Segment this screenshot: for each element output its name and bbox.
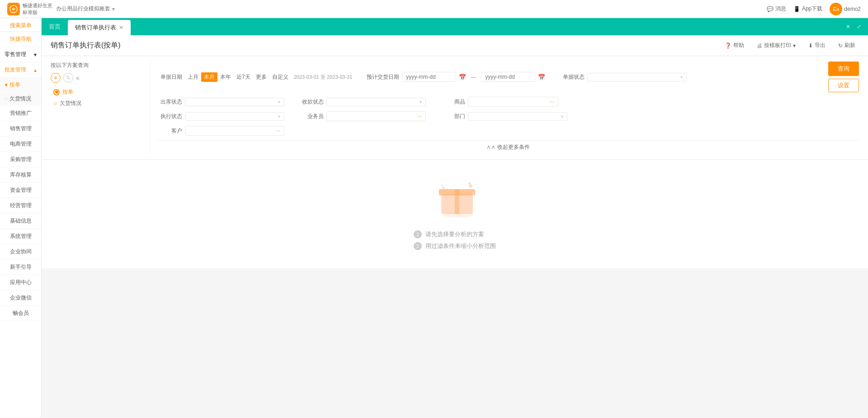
help-button[interactable]: ❓ 帮助 (721, 40, 748, 51)
query-buttons: 查询 设置 (828, 62, 859, 92)
app-download-button[interactable]: 📱 App下载 (793, 5, 822, 13)
refresh-button[interactable]: ↻ 刷新 (835, 40, 859, 51)
print-icon: 🖨 (757, 43, 762, 49)
filter-fields: 单据日期 上月 本月 本年 近7天 更多 自定义 2023-03-01 至 20… (150, 62, 859, 154)
date-tab-7days[interactable]: 近7天 (234, 72, 253, 82)
sidebar-item-ecommerce[interactable]: 电商管理 (0, 137, 41, 152)
add-scheme-button[interactable]: + (51, 73, 61, 83)
sidebar-item-system[interactable]: 系统管理 (0, 229, 41, 244)
sidebar-item-collab[interactable]: 企业协同 (0, 244, 41, 260)
sidebar-search[interactable]: 搜索菜单 (0, 18, 41, 32)
window-controls: ✕ ⤢ (844, 23, 868, 30)
svg-text:✦: ✦ (440, 184, 443, 188)
edit-scheme-button[interactable]: ✎ (63, 73, 73, 83)
sidebar-item-member[interactable]: 畅会员 (0, 306, 41, 321)
sidebar-item-onboarding[interactable]: 新手引导 (0, 260, 41, 275)
filter-row-1: 单据日期 上月 本月 本年 近7天 更多 自定义 2023-03-01 至 20… (157, 62, 859, 92)
calendar-icon-end[interactable]: 📅 (538, 74, 545, 81)
tab-bar: 首页 销售订单执行表 ✕ ✕ ⤢ (42, 18, 868, 35)
delivery-status-group: 出库状态 ▾ (157, 98, 284, 106)
page-actions: ❓ 帮助 🖨 按模板打印 ▾ ⬇ 导出 ↻ 刷新 (721, 40, 859, 51)
order-status-arrow-icon: ▾ (680, 75, 683, 80)
product-group: 商品 ··· (440, 97, 558, 107)
sidebar-item-wechat[interactable]: 企业微信 (0, 290, 41, 306)
sidebar-item-wholesale[interactable]: 批发管理 ▴ (0, 62, 41, 78)
sidebar-item-finance[interactable]: 资金管理 (0, 183, 41, 198)
payment-status-select[interactable]: ▾ (326, 98, 426, 106)
settings-button[interactable]: 设置 (828, 79, 859, 92)
date-tab-this-year[interactable]: 本年 (217, 72, 234, 82)
expected-date-group: 预计交货日期 📅 — 📅 (367, 72, 545, 82)
salesman-select[interactable]: ··· (326, 111, 426, 121)
empty-box-svg: ✦ ✦ (432, 178, 482, 218)
svg-text:✦: ✦ (467, 181, 471, 186)
department-group: 部门 ▾ (440, 112, 567, 121)
delivery-status-label: 出库状态 (157, 98, 182, 106)
sidebar-sub-item-按单[interactable]: ● 按单 (0, 78, 41, 92)
sidebar-item-operations[interactable]: 经营管理 (0, 198, 41, 214)
sidebar-sub-item-欠货情况[interactable]: ○ 欠货情况 (0, 92, 41, 106)
customer-label: 客户 (157, 127, 182, 135)
tip-item-2: 2 用过滤条件来缩小分析范围 (414, 242, 496, 250)
scheme-item-按单[interactable]: 按单 (51, 86, 144, 98)
filter-scheme-actions: + ✎ « (51, 73, 144, 83)
logo-area: 畅捷通好生意 标准版 (7, 2, 52, 15)
print-button[interactable]: 🖨 按模板打印 ▾ (753, 40, 799, 51)
date-tab-this-month[interactable]: 本月 (201, 72, 217, 82)
delivery-status-select[interactable]: ▾ (185, 98, 284, 106)
close-window-button[interactable]: ✕ (844, 23, 852, 30)
salesman-more-icon[interactable]: ··· (417, 113, 422, 119)
header-right: 💬 消息 📱 App下载 Ea demo2 (767, 3, 861, 15)
breadcrumb[interactable]: 办公用品行业模拟账套 ▾ (56, 5, 115, 13)
collapse-up-icon: ∧∧ (486, 144, 497, 150)
svg-rect-4 (455, 189, 459, 214)
query-button[interactable]: 查询 (828, 62, 859, 76)
sidebar-item-inventory[interactable]: 库存核算 (0, 167, 41, 183)
page: 销售订单执行表(按单) ❓ 帮助 🖨 按模板打印 ▾ ⬇ 导出 (42, 35, 868, 418)
product-select[interactable]: ··· (468, 97, 558, 107)
department-select[interactable]: ▾ (468, 112, 567, 121)
date-tab-last-month[interactable]: 上月 (185, 72, 201, 82)
expected-date-start-input[interactable] (402, 72, 456, 82)
logo-text: 畅捷通好生意 标准版 (23, 2, 52, 15)
user-menu[interactable]: Ea demo2 (830, 3, 861, 15)
exec-arrow-icon: ▾ (278, 114, 280, 119)
scheme-item-欠货[interactable]: ○ 欠货情况 (51, 98, 144, 109)
exec-status-group: 执行状态 ▾ (157, 112, 284, 121)
avatar: Ea (830, 3, 842, 15)
calendar-icon-start[interactable]: 📅 (459, 74, 466, 81)
collapse-more-button[interactable]: ∧∧ 收起更多条件 (157, 140, 859, 154)
tip-num-1: 1 (414, 230, 422, 238)
customer-more-icon[interactable]: ··· (276, 128, 280, 134)
collapse-scheme-button[interactable]: « (76, 74, 80, 81)
date-tab-more[interactable]: 更多 (253, 72, 269, 82)
order-status-select[interactable]: ▾ (587, 73, 687, 81)
export-button[interactable]: ⬇ 导出 (805, 40, 829, 51)
date-separator: — (469, 74, 478, 81)
message-button[interactable]: 💬 消息 (767, 5, 786, 13)
maximize-window-button[interactable]: ⤢ (855, 23, 863, 30)
sidebar-item-purchase[interactable]: 采购管理 (0, 152, 41, 167)
result-area: ✦ ✦ 1 请先选择要分析的方案 2 用过滤条件来缩小分析范围 (42, 160, 868, 268)
product-label: 商品 (440, 98, 465, 106)
sidebar-item-marketing[interactable]: 营销推广 (0, 106, 41, 121)
sidebar-item-basic-info[interactable]: 基础信息 (0, 214, 41, 229)
date-tab-custom[interactable]: 自定义 (269, 72, 291, 82)
product-more-icon[interactable]: ··· (550, 99, 554, 105)
tab-close-icon[interactable]: ✕ (119, 24, 123, 31)
order-status-label: 单据状态 (560, 73, 585, 81)
customer-select[interactable]: ··· (185, 126, 284, 136)
exec-status-select[interactable]: ▾ (185, 112, 284, 121)
sidebar-item-app-center[interactable]: 应用中心 (0, 275, 41, 290)
sidebar-item-retail[interactable]: 零售管理 ▾ (0, 47, 41, 62)
top-header: 畅捷通好生意 标准版 办公用品行业模拟账套 ▾ 💬 消息 📱 App下载 Ea … (0, 0, 868, 18)
sidebar-item-sales[interactable]: 销售管理 (0, 121, 41, 137)
empty-illustration: ✦ ✦ (428, 178, 482, 223)
tab-sales-exec[interactable]: 销售订单执行表 ✕ (68, 20, 131, 35)
expected-date-end-input[interactable] (481, 72, 535, 82)
order-status-group: 单据状态 ▾ (560, 73, 687, 81)
empty-tips: 1 请先选择要分析的方案 2 用过滤条件来缩小分析范围 (414, 230, 496, 250)
sidebar-item-quick-nav[interactable]: 快捷导航 (0, 32, 41, 47)
export-icon: ⬇ (808, 43, 813, 49)
tab-home[interactable]: 首页 (42, 18, 68, 35)
